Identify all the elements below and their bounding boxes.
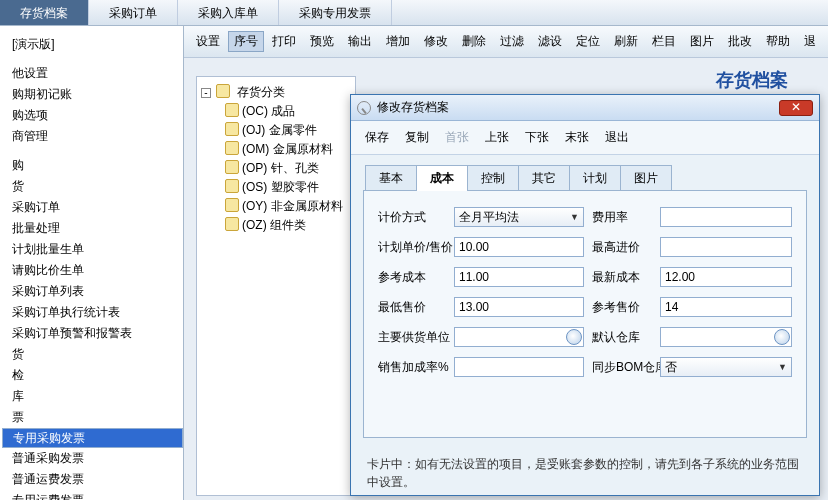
tree-node[interactable]: (OP) 针、孔类 [225,159,351,178]
nav-item[interactable]: 货 [2,344,183,365]
dlg-toolbar-末张[interactable]: 末张 [559,127,595,148]
plan-price-input[interactable] [454,237,584,257]
tab-基本[interactable]: 基本 [365,165,417,191]
tree-node[interactable]: (OJ) 金属零件 [225,121,351,140]
top-tab-2[interactable]: 采购入库单 [178,0,279,25]
tree-root-label: 存货分类 [237,85,285,99]
tree-node[interactable]: (OC) 成品 [225,102,351,121]
folder-icon [225,179,239,193]
toolbar-栏目[interactable]: 栏目 [646,31,682,52]
sync-bom-label: 同步BOM仓库 [592,359,652,376]
max-purchase-label: 最高进价 [592,239,652,256]
rate-input[interactable] [660,207,792,227]
toolbar-图片[interactable]: 图片 [684,31,720,52]
default-warehouse-input[interactable] [660,327,792,347]
toolbar-帮助[interactable]: 帮助 [760,31,796,52]
toolbar-定位[interactable]: 定位 [570,31,606,52]
rate-label: 费用率 [592,209,652,226]
dlg-toolbar-复制[interactable]: 复制 [399,127,435,148]
ref-price-label: 参考售价 [592,299,652,316]
toolbar-预览[interactable]: 预览 [304,31,340,52]
nav-item[interactable]: 采购订单执行统计表 [2,302,183,323]
toolbar-设置[interactable]: 设置 [190,31,226,52]
toolbar-增加[interactable]: 增加 [380,31,416,52]
nav-item[interactable]: 购期初记账 [2,84,183,105]
toolbar-修改[interactable]: 修改 [418,31,454,52]
tab-控制[interactable]: 控制 [467,165,519,191]
dlg-toolbar-首张: 首张 [439,127,475,148]
markup-input[interactable] [454,357,584,377]
close-button[interactable]: ✕ [779,100,813,116]
dlg-toolbar-上张[interactable]: 上张 [479,127,515,148]
max-purchase-input[interactable] [660,237,792,257]
tab-成本[interactable]: 成本 [416,165,468,191]
tree-node[interactable]: (OZ) 组件类 [225,216,351,235]
tab-图片[interactable]: 图片 [620,165,672,191]
tree-root[interactable]: - 存货分类 [201,83,351,102]
category-tree[interactable]: - 存货分类 (OC) 成品(OJ) 金属零件(OM) 金属原材料(OP) 针、… [196,76,356,496]
pricing-method-label: 计价方式 [378,209,446,226]
pricing-method-value: 全月平均法 [459,209,519,226]
nav-item[interactable]: 采购订单列表 [2,281,183,302]
search-icon[interactable] [566,329,582,345]
min-price-input[interactable] [454,297,584,317]
nav-item[interactable]: 采购订单预警和报警表 [2,323,183,344]
markup-label: 销售加成率% [378,359,446,376]
nav-item[interactable]: 他设置 [2,63,183,84]
plan-price-label: 计划单价/售价 [378,239,446,256]
top-tab-0[interactable]: 存货档案 [0,0,89,25]
nav-item[interactable]: 请购比价生单 [2,260,183,281]
nav-item[interactable]: 库 [2,386,183,407]
toolbar-刷新[interactable]: 刷新 [608,31,644,52]
nav-item[interactable]: [演示版] [2,34,183,55]
toolbar-打印[interactable]: 打印 [266,31,302,52]
nav-item[interactable]: 采购订单 [2,197,183,218]
top-tab-3[interactable]: 采购专用发票 [279,0,392,25]
nav-item[interactable]: 计划批量生单 [2,239,183,260]
nav-item[interactable]: 专用运费发票 [2,490,183,500]
nav-item[interactable]: 货 [2,176,183,197]
edit-inventory-dialog: 修改存货档案 ✕ 保存复制首张上张下张末张退出 基本成本控制其它计划图片 计价方… [350,94,820,496]
chevron-down-icon: ▼ [778,362,787,372]
toolbar-滤设[interactable]: 滤设 [532,31,568,52]
nav-item[interactable]: 购选项 [2,105,183,126]
pricing-method-select[interactable]: 全月平均法 ▼ [454,207,584,227]
dlg-toolbar-下张[interactable]: 下张 [519,127,555,148]
tab-计划[interactable]: 计划 [569,165,621,191]
toolbar-序号[interactable]: 序号 [228,31,264,52]
toolbar-输出[interactable]: 输出 [342,31,378,52]
supplier-input[interactable] [454,327,584,347]
nav-item[interactable]: 批量处理 [2,218,183,239]
collapse-icon[interactable]: - [201,88,211,98]
tree-node[interactable]: (OY) 非金属原材料 [225,197,351,216]
folder-icon [225,217,239,231]
toolbar-过滤[interactable]: 过滤 [494,31,530,52]
top-tab-1[interactable]: 采购订单 [89,0,178,25]
nav-item[interactable]: 商管理 [2,126,183,147]
sync-bom-select[interactable]: 否 ▼ [660,357,792,377]
nav-item[interactable]: 普通运费发票 [2,469,183,490]
sync-bom-value: 否 [665,359,677,376]
tree-node[interactable]: (OM) 金属原材料 [225,140,351,159]
tab-其它[interactable]: 其它 [518,165,570,191]
chevron-down-icon: ▼ [570,212,579,222]
ref-cost-input[interactable] [454,267,584,287]
nav-item[interactable]: 检 [2,365,183,386]
nav-item[interactable]: 购 [2,155,183,176]
nav-item[interactable]: 票 [2,407,183,428]
dlg-toolbar-退出[interactable]: 退出 [599,127,635,148]
toolbar-退[interactable]: 退 [798,31,822,52]
nav-item[interactable]: 普通采购发票 [2,448,183,469]
min-price-label: 最低售价 [378,299,446,316]
nav-item[interactable]: 专用采购发票 [2,428,183,448]
folder-icon [225,141,239,155]
toolbar-批改[interactable]: 批改 [722,31,758,52]
toolbar-删除[interactable]: 删除 [456,31,492,52]
search-icon[interactable] [774,329,790,345]
ref-price-input[interactable] [660,297,792,317]
folder-icon [225,198,239,212]
tree-node[interactable]: (OS) 塑胶零件 [225,178,351,197]
dlg-toolbar-保存[interactable]: 保存 [359,127,395,148]
latest-cost-input[interactable] [660,267,792,287]
dialog-footer-note: 卡片中：如有无法设置的项目，是受账套参数的控制，请先到各子系统的业务范围中设置。 [351,447,819,499]
